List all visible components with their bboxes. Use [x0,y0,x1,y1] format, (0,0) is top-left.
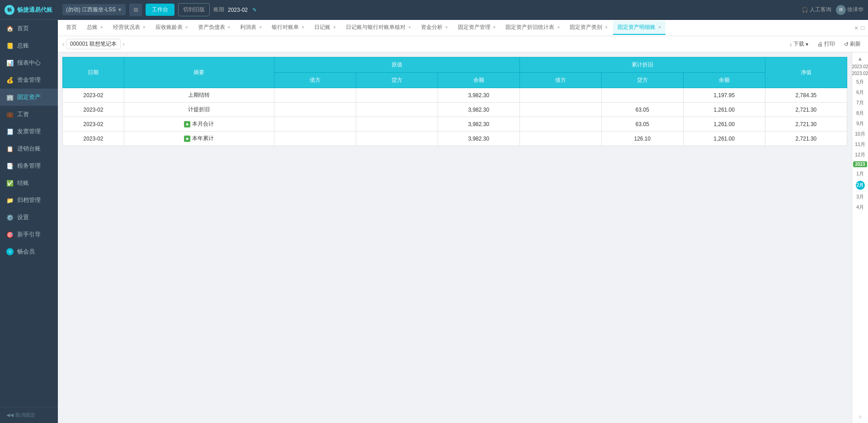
download-button[interactable]: ↓ 下载 ▾ [787,39,811,49]
tab-fa-detail[interactable]: 固定资产明细账 × [613,21,665,35]
fixed-assets-icon: 🏢 [6,94,14,101]
dropdown-arrow-icon: ▼ [118,7,122,12]
tab-home[interactable]: 首页 [61,21,81,35]
month-3[interactable]: 3月 [852,192,868,202]
sidebar-item-archive[interactable]: 📁 归档管理 [0,192,58,209]
month-9[interactable]: 9月 [852,118,868,129]
tab-fa-management[interactable]: 固定资产管理 × [453,21,500,35]
tab-business-status[interactable]: 经营状况表 × [108,21,150,35]
sidebar-item-finance[interactable]: 💰 资金管理 [0,71,58,89]
table-row[interactable]: 2023-02 计提折旧 3,982.30 63.05 1,261.00 2,7… [63,103,847,117]
scroll-down-icon[interactable]: ○ [857,412,863,421]
tab-close-icon[interactable]: × [302,25,304,30]
cell-desc: 计提折旧 [124,103,274,117]
content-area: 日期 摘要 原值 累计折旧 净值 借方 贷方 余额 借方 贷方 余额 [58,52,868,423]
company-selector[interactable]: (勿动) 江西服坐-LSS ▼ [62,4,126,15]
tab-fa-category[interactable]: 固定资产类别 × [565,21,612,35]
tab-close-icon[interactable]: × [100,25,103,30]
tab-bank-statement[interactable]: 银行对账单 × [267,21,309,35]
cell-desc: ■本月合计 [124,117,274,132]
nav-prev-icon[interactable]: ‹ [62,41,64,47]
tab-ar-aging[interactable]: 应收账龄表 × [151,21,193,35]
tab-close-icon[interactable]: × [445,25,448,30]
tab-close-icon[interactable]: × [557,25,560,30]
cell-date: 2023-02 [63,132,124,146]
user-info[interactable]: 徐 徐泽华 [836,5,863,15]
cell-orig-credit [356,88,438,103]
tab-close-icon[interactable]: × [228,25,231,30]
maximize-icon[interactable]: □ [861,24,864,31]
tab-ledger[interactable]: 总账 × [82,21,108,35]
sidebar-item-home[interactable]: 🏠 首页 [0,20,58,37]
sidebar-item-closing[interactable]: ✅ 结账 [0,174,58,192]
month-2-active[interactable]: 2月 [852,179,868,192]
col-accumulated-dep: 累计折旧 [519,57,765,73]
tab-close-icon[interactable]: × [658,25,661,30]
unpin-button[interactable]: ◀◀ 取消固定 [0,407,58,423]
sidebar-item-sales[interactable]: 📋 进销台账 [0,140,58,157]
fixed-asset-detail-table: 日期 摘要 原值 累计折旧 净值 借方 贷方 余额 借方 贷方 余额 [62,57,847,146]
tab-balance-sheet[interactable]: 资产负债表 × [193,21,235,35]
human-service-button[interactable]: 🎧 人工客询 [802,6,831,14]
tab-journal[interactable]: 日记账 × [310,21,340,35]
tab-label: 固定资产管理 [458,24,491,31]
period-date[interactable]: 2023.02 [852,63,868,70]
month-12[interactable]: 12月 [852,150,868,160]
tab-close-icon[interactable]: × [493,25,496,30]
sidebar-item-tax[interactable]: 📑 税务管理 [0,157,58,174]
vip-icon: V [6,248,14,255]
sidebar-item-fixed-assets[interactable]: 🏢 固定资产 [0,89,58,106]
table-row[interactable]: 2023-02 ■本年累计 3,982.30 126.10 1,261.00 2… [63,132,847,146]
tab-close-icon[interactable]: × [185,25,188,30]
print-button[interactable]: 🖨 打印 [815,39,838,49]
month-10[interactable]: 10月 [852,129,868,139]
tab-fund-analysis[interactable]: 资金分析 × [416,21,453,35]
sidebar-item-label: 进销台账 [17,145,41,153]
sidebar-item-reports[interactable]: 📊 报表中心 [0,54,58,71]
close-all-tabs-icon[interactable]: × [854,24,858,32]
tab-income[interactable]: 利润表 × [236,21,266,35]
sidebar-item-label: 发票管理 [17,127,41,136]
row-desc: 计提折旧 [188,106,210,113]
tab-close-icon[interactable]: × [408,25,411,30]
asset-breadcrumb[interactable]: 000001 联想笔记本 [66,39,121,49]
month-8[interactable]: 8月 [852,108,868,118]
period-edit-icon[interactable]: ✎ [252,7,257,13]
month-4[interactable]: 4月 [852,202,868,212]
sidebar-item-label: 新手引导 [17,230,41,239]
sidebar-item-invoice[interactable]: 🧾 发票管理 [0,123,58,140]
tab-close-icon[interactable]: × [259,25,262,30]
table-row[interactable]: 2023-02 上期结转 3,982.30 1,197.95 2,784.35 [63,88,847,103]
sidebar-item-label: 畅会员 [17,248,35,256]
tab-close-icon[interactable]: × [143,25,146,30]
month-6[interactable]: 6月 [852,87,868,98]
copy-button[interactable]: ⧉ [129,4,142,16]
table-row[interactable]: 2023-02 ■本月合计 3,982.30 63.05 1,261.00 2,… [63,117,847,132]
row-desc: 上期结转 [188,92,210,98]
sidebar-item-guide[interactable]: 🎯 新手引导 [0,226,58,243]
month-11[interactable]: 11月 [852,139,868,150]
nav-next-icon[interactable]: › [123,41,124,47]
month-2-badge[interactable]: 2月 [856,181,865,190]
tab-close-icon[interactable]: × [605,25,608,30]
month-5[interactable]: 5月 [852,77,868,87]
asset-code: 000001 [70,41,88,47]
month-7[interactable]: 7月 [852,98,868,108]
topbar-right: 🎧 人工客询 徐 徐泽华 [802,5,863,15]
tab-fa-depreciation[interactable]: 固定资产折旧统计表 × [501,21,564,35]
tab-journal-reconcile[interactable]: 日记账与银行对账单核对 × [341,21,415,35]
sidebar-item-label: 首页 [17,24,29,33]
sidebar-item-salary[interactable]: 💼 工资 [0,106,58,123]
scroll-up-icon[interactable]: ▲ [856,54,864,63]
sidebar-item-settings[interactable]: ⚙️ 设置 [0,209,58,226]
period-2023-02-top: 2023.02 2023.02 [852,63,868,77]
switch-version-button[interactable]: 切到旧版 [178,3,210,16]
sidebar-item-ledger[interactable]: 📒 总账 [0,37,58,54]
tab-close-icon[interactable]: × [333,25,336,30]
month-1[interactable]: 1月 [852,169,868,179]
period-date[interactable]: 2023.02 [852,70,868,77]
refresh-button[interactable]: ↺ 刷新 [841,39,863,49]
sidebar-item-vip[interactable]: V 畅会员 [0,243,58,260]
workbench-button[interactable]: 工作台 [146,4,175,16]
cell-orig-debit [274,103,356,117]
